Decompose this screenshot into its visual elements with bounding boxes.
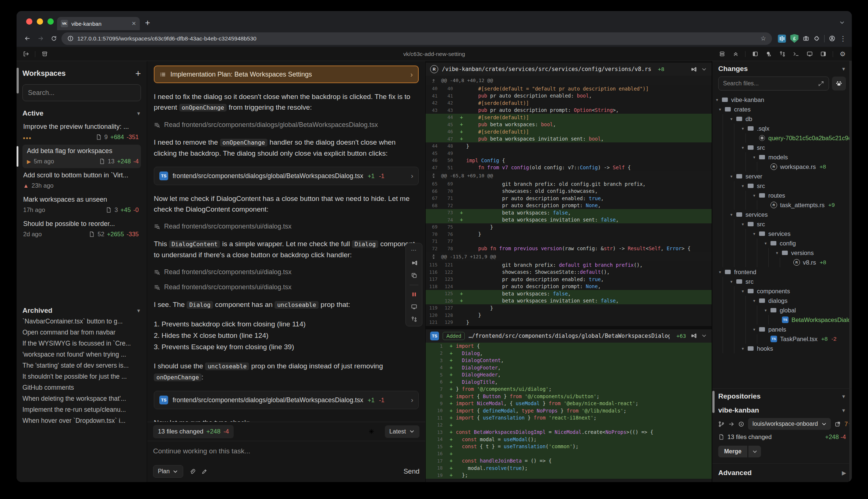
tree-chevron-icon[interactable]: ▾: [753, 193, 759, 198]
tool-call-row[interactable]: Read frontend/src/components/dialogs/glo…: [154, 121, 419, 129]
more-options-icon[interactable]: ⋯: [411, 247, 417, 254]
task-message-input[interactable]: Continue working on this task...: [147, 441, 425, 461]
tree-chevron-icon[interactable]: ▾: [719, 270, 725, 275]
expand-hunk-icon[interactable]: [426, 254, 441, 259]
tree-chevron-icon[interactable]: ▾: [753, 327, 759, 332]
diff-file-header[interactable]: R /vibe-kanban/crates/services/src/servi…: [426, 63, 712, 76]
browser-menu-icon[interactable]: ⋮: [840, 35, 847, 43]
reload-icon[interactable]: [48, 33, 59, 44]
mode-dropdown[interactable]: Plan: [153, 465, 183, 478]
tree-chevron-icon[interactable]: ▾: [776, 251, 782, 255]
tree-row[interactable]: query-70b21c5c0a2ba5c21c9c1132f14a68: [716, 133, 852, 143]
tree-chevron-icon[interactable]: ▾: [716, 98, 722, 102]
pause-icon[interactable]: [411, 291, 417, 297]
panel-right-icon[interactable]: [819, 50, 827, 58]
browser-tab[interactable]: VK vibe-kanban ✕: [57, 17, 140, 30]
tree-chevron-icon[interactable]: ▾: [742, 289, 748, 294]
archived-workspace-item[interactable]: 'workspace not found' when trying ...: [22, 351, 141, 358]
archived-workspace-item[interactable]: If the WYSIWYG is focussed in `Cre...: [22, 340, 141, 347]
collapse-diff-icon[interactable]: [701, 333, 707, 339]
tree-row[interactable]: ▾models: [716, 152, 852, 162]
archived-workspace-item[interactable]: When hover over `Dropdown.tsx` i...: [22, 417, 141, 425]
archived-workspace-item[interactable]: Implement the re-run setup/cleanu...: [22, 406, 141, 414]
archived-workspace-item[interactable]: The 'starting' state of dev servers is..…: [22, 362, 141, 369]
camera-extension-icon[interactable]: [803, 35, 809, 42]
profile-avatar-icon[interactable]: [829, 35, 835, 42]
edit-pen-icon[interactable]: [201, 468, 208, 475]
edited-file-card[interactable]: TSfrontend/src/components/dialogs/global…: [154, 391, 419, 409]
tree-row[interactable]: Rv8.rs+8: [716, 258, 852, 267]
sidebar-scrollbar[interactable]: [17, 68, 19, 93]
edited-file-card[interactable]: TSfrontend/src/components/dialogs/global…: [154, 167, 419, 185]
address-bar[interactable]: 127.0.0.1:57095/workspaces/c63c9fd6-dfb8…: [61, 32, 772, 45]
tree-chevron-icon[interactable]: ▾: [742, 346, 748, 351]
search-files-input[interactable]: Search files...: [718, 77, 829, 91]
maximize-window-button[interactable]: [47, 18, 54, 25]
tree-chevron-icon[interactable]: ▾: [753, 298, 759, 303]
tree-row[interactable]: ▾crates: [716, 105, 852, 114]
vscode-icon[interactable]: [411, 260, 417, 266]
open-in-vscode-icon[interactable]: [689, 65, 697, 73]
tree-chevron-icon[interactable]: ▾: [730, 279, 736, 284]
close-window-button[interactable]: [26, 18, 32, 25]
archived-workspace-item[interactable]: GitHub comments: [22, 384, 141, 392]
tree-row[interactable]: ▾components: [716, 286, 852, 296]
diff-file-header[interactable]: TS Added …/frontend/src/components/dialo…: [426, 329, 712, 343]
latest-dropdown[interactable]: Latest: [385, 425, 419, 438]
exit-icon[interactable]: [22, 50, 30, 58]
git-compare-icon[interactable]: [778, 50, 786, 58]
tree-row[interactable]: ▾routes: [716, 191, 852, 200]
tool-call-row[interactable]: Read frontend/src/components/ui/dialog.t…: [154, 283, 419, 291]
shield-extension-icon[interactable]: £: [790, 34, 798, 43]
tree-row[interactable]: TSBetaWorkspacesDialog.tsx+63: [716, 315, 852, 325]
tree-row[interactable]: ▾dialogs: [716, 296, 852, 305]
tree-row[interactable]: ▾src: [716, 277, 852, 286]
tree-row[interactable]: ▾vibe-kanban: [716, 95, 852, 105]
tree-chevron-icon[interactable]: ▾: [742, 184, 748, 188]
tree-row[interactable]: ▾services: [716, 210, 852, 219]
rows-layout-icon[interactable]: [718, 50, 726, 58]
tree-chevron-icon[interactable]: ▾: [742, 126, 748, 131]
tree-chevron-icon[interactable]: ▾: [719, 107, 725, 112]
open-in-vscode-icon[interactable]: [690, 332, 698, 340]
tree-row[interactable]: ▾panels: [716, 325, 852, 334]
add-workspace-button[interactable]: +: [135, 68, 141, 79]
back-icon[interactable]: [22, 33, 33, 44]
workspace-search-input[interactable]: Search...: [22, 84, 141, 101]
tree-row[interactable]: ▾server: [716, 171, 852, 181]
changes-scrollbar[interactable]: [849, 61, 852, 482]
tree-row[interactable]: ▾db: [716, 114, 852, 124]
tree-row[interactable]: Rworkspace.rs+8: [716, 162, 852, 171]
arrow-right-icon[interactable]: [728, 421, 734, 427]
active-collapse-icon[interactable]: ▼: [136, 111, 141, 116]
tree-chevron-icon[interactable]: ▾: [730, 174, 736, 179]
tree-row[interactable]: ▾global: [716, 305, 852, 315]
tree-row[interactable]: TSTaskPanel.tsx+8-2: [716, 334, 852, 344]
tab-close-icon[interactable]: ✕: [131, 20, 136, 27]
preview-monitor-icon[interactable]: [411, 304, 417, 310]
tree-row[interactable]: Rtask_attempts.rs+9: [716, 200, 852, 210]
conversation-scroll[interactable]: Implementation Plan: Beta Workspaces Set…: [147, 61, 425, 422]
tree-chevron-icon[interactable]: ▾: [742, 145, 748, 150]
tree-row[interactable]: ▾src: [716, 181, 852, 191]
tree-row[interactable]: ▾hooks: [716, 344, 852, 353]
tree-chevron-icon[interactable]: ▾: [765, 241, 770, 246]
archived-collapse-icon[interactable]: ▼: [136, 308, 141, 314]
expand-hunk-icon[interactable]: [426, 173, 441, 178]
archived-workspace-item[interactable]: Open command bar from navbar: [22, 329, 141, 336]
workspace-item[interactable]: Should be possible to reorder...2d ago52…: [22, 217, 141, 241]
forward-icon[interactable]: [35, 33, 46, 44]
merge-options-dropdown[interactable]: [748, 446, 761, 457]
collapse-diff-icon[interactable]: [701, 66, 707, 72]
tree-chevron-icon[interactable]: ▾: [753, 155, 759, 160]
tree-row[interactable]: ▾src: [716, 143, 852, 152]
collapse-all-icon[interactable]: [731, 50, 740, 58]
workspace-item[interactable]: Add scroll to bottom button in `Virt...▲…: [22, 169, 141, 192]
bookmark-star-icon[interactable]: ☆: [761, 35, 766, 42]
tree-chevron-icon[interactable]: ▾: [730, 212, 736, 217]
files-changed-badge[interactable]: 13 files changed +248 -4: [153, 425, 234, 438]
git-branch-icon[interactable]: [718, 421, 724, 427]
new-tab-button[interactable]: +: [145, 18, 150, 28]
tab-search-icon[interactable]: [839, 20, 845, 26]
repo-collapse-icon[interactable]: ▼: [841, 408, 846, 413]
